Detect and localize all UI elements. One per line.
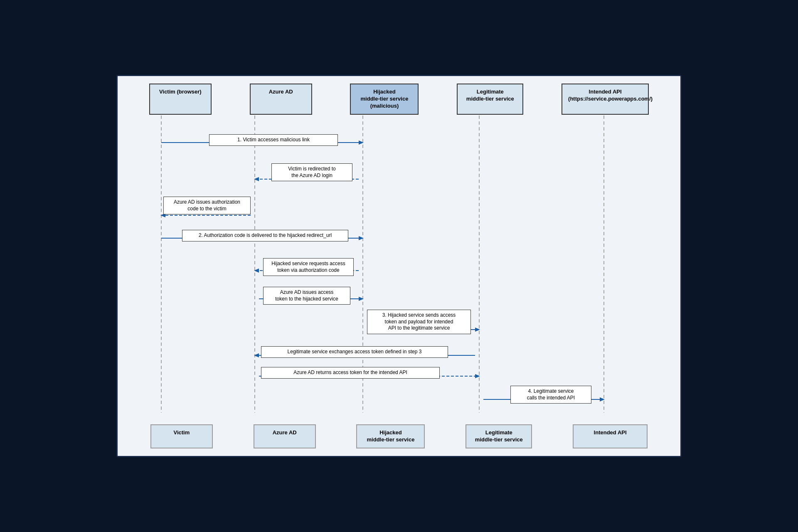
msg-victim-redirected: Victim is redirected tothe Azure AD logi… bbox=[271, 163, 352, 181]
diagram-svg bbox=[118, 76, 680, 456]
msg-azuread-issues-authcode: Azure AD issues authorizationcode to the… bbox=[163, 197, 251, 214]
msg-authcode-delivered: 2. Authorization code is delivered to th… bbox=[182, 230, 348, 241]
msg-victim-accesses: 1. Victim accesses malicious link bbox=[209, 134, 338, 146]
actor-hijacked-bottom: Hijackedmiddle-tier service bbox=[356, 424, 425, 448]
actor-legitimate-bottom: Legitimatemiddle-tier service bbox=[466, 424, 532, 448]
msg-legitimate-calls-api: 4. Legitimate servicecalls the intended … bbox=[510, 386, 591, 404]
msg-azuread-issues-token: Azure AD issues accesstoken to the hijac… bbox=[263, 287, 350, 305]
msg-azuread-returns-token: Azure AD returns access token for the in… bbox=[261, 367, 440, 379]
actor-azuread-bottom: Azure AD bbox=[254, 424, 316, 448]
actor-intendedapi-bottom: Intended API bbox=[573, 424, 648, 448]
msg-hijacked-sends-token: 3. Hijacked service sends accesstoken an… bbox=[367, 310, 471, 334]
msg-hijacked-requests-token: Hijacked service requests accesstoken vi… bbox=[263, 258, 354, 276]
msg-legitimate-exchanges: Legitimate service exchanges access toke… bbox=[261, 346, 448, 358]
actor-victim-bottom: Victim bbox=[150, 424, 213, 448]
sequence-diagram: Victim (browser) Azure AD Hijackedmiddle… bbox=[116, 75, 682, 457]
